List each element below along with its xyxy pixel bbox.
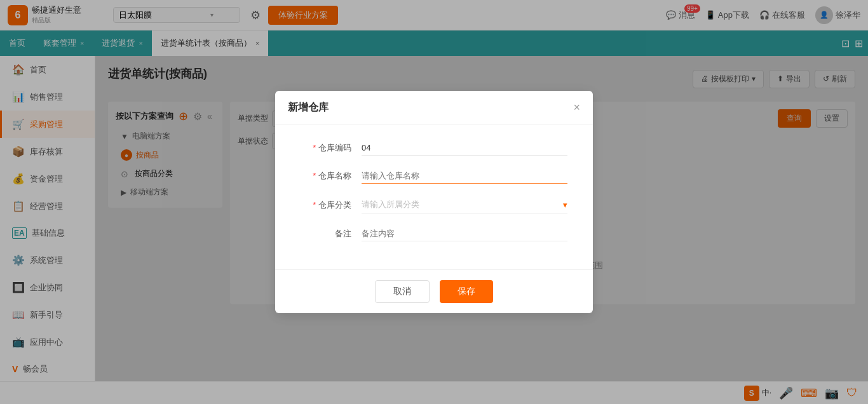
modal-close-button[interactable]: × [573, 101, 580, 114]
remark-input[interactable] [362, 226, 567, 241]
save-button[interactable]: 保存 [440, 280, 493, 303]
code-label: 仓库编码 [301, 142, 351, 154]
modal-title: 新增仓库 [288, 101, 329, 114]
remark-label: 备注 [301, 228, 351, 239]
form-item-code: 仓库编码 [301, 140, 567, 156]
name-label: 仓库名称 [301, 170, 351, 182]
name-input[interactable] [362, 168, 567, 184]
category-select[interactable]: 请输入所属分类 ▾ [362, 196, 567, 213]
code-input[interactable] [362, 140, 567, 156]
category-label: 仓库分类 [301, 199, 351, 211]
add-warehouse-modal: 新增仓库 × 仓库编码 仓库名称 仓库分类 请输入所属分类 ▾ [275, 91, 593, 313]
form-item-name: 仓库名称 [301, 168, 567, 184]
modal-body: 仓库编码 仓库名称 仓库分类 请输入所属分类 ▾ 备注 [275, 125, 593, 269]
cancel-button[interactable]: 取消 [375, 280, 430, 303]
form-item-remark: 备注 [301, 226, 567, 241]
form-item-category: 仓库分类 请输入所属分类 ▾ [301, 196, 567, 213]
category-dropdown-icon: ▾ [563, 200, 567, 210]
modal-overlay: 新增仓库 × 仓库编码 仓库名称 仓库分类 请输入所属分类 ▾ [0, 0, 868, 404]
modal-header: 新增仓库 × [275, 91, 593, 125]
modal-footer: 取消 保存 [275, 269, 593, 313]
